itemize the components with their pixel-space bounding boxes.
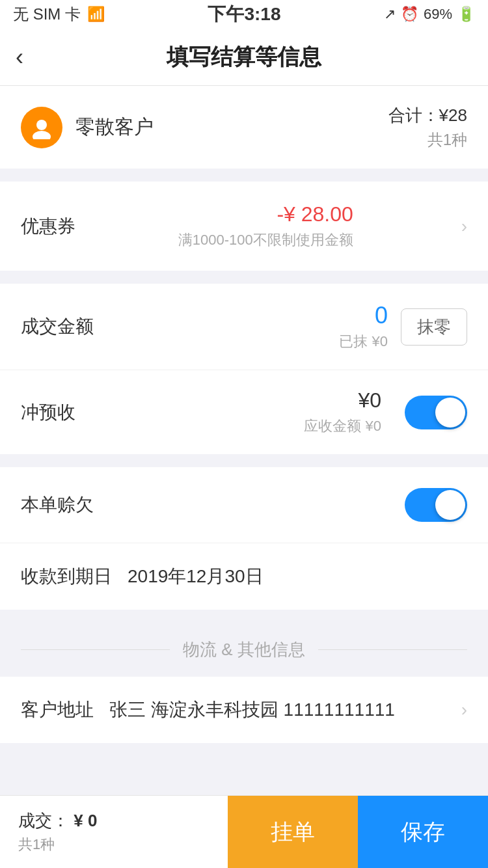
svg-point-1 — [33, 131, 51, 139]
due-date-value: 2019年12月30日 — [128, 564, 264, 589]
coupon-section: 优惠券 -¥ 28.00 满1000-100不限制使用金额 › — [0, 182, 488, 271]
precollect-sub: 应收金额 ¥0 — [304, 416, 381, 436]
precollect-row: 冲预收 ¥0 应收金额 ¥0 — [0, 370, 488, 454]
deal-amount-value[interactable]: 0 — [375, 302, 388, 329]
precollect-values: ¥0 应收金额 ¥0 — [304, 388, 381, 436]
deal-amount-label: 成交金额 — [21, 314, 94, 339]
wifi-icon: 📶 — [87, 6, 105, 23]
coupon-chevron: › — [461, 216, 467, 237]
total-count: 共1种 — [388, 129, 467, 150]
alarm-icon: ⏰ — [401, 6, 418, 23]
coupon-row[interactable]: 优惠券 -¥ 28.00 满1000-100不限制使用金额 › — [0, 182, 488, 271]
coupon-label: 优惠券 — [21, 214, 75, 239]
svg-point-0 — [36, 120, 47, 130]
customer-row: 零散客户 合计：¥28 共1种 — [0, 86, 488, 169]
bottom-summary-top: 成交： ¥ 0 — [18, 809, 210, 832]
hang-button[interactable]: 挂单 — [228, 796, 358, 868]
total-label: 合计：¥28 — [388, 104, 467, 127]
due-date-label: 收款到期日 — [21, 564, 112, 589]
bottom-summary: 成交： ¥ 0 共1种 — [0, 796, 228, 868]
back-button[interactable]: ‹ — [16, 44, 23, 71]
round-zero-button[interactable]: 抹零 — [401, 308, 467, 346]
logistics-label: 物流 & 其他信息 — [183, 638, 305, 661]
debt-section: 本单赊欠 收款到期日 2019年12月30日 — [0, 467, 488, 610]
status-left: 无 SIM 卡 📶 — [13, 4, 105, 25]
battery-label: 69% — [424, 6, 452, 23]
precollect-label: 冲预收 — [21, 400, 75, 425]
location-icon: ↗ — [384, 6, 396, 23]
deal-amount-sub: 已抹 ¥0 — [339, 332, 388, 351]
precollect-right-wrap: ¥0 应收金额 ¥0 — [304, 388, 467, 436]
deal-amount-input-area: 0 已抹 ¥0 — [339, 302, 388, 351]
debt-toggle[interactable] — [405, 488, 467, 522]
address-row[interactable]: 客户地址 张三 海淀永丰科技园 11111111111 › — [0, 677, 488, 743]
customer-left: 零散客户 — [21, 107, 154, 148]
divider-line-left — [21, 649, 170, 650]
bottom-summary-count: 共1种 — [18, 835, 210, 854]
customer-right: 合计：¥28 共1种 — [388, 104, 467, 150]
coupon-value: -¥ 28.00 — [277, 202, 353, 226]
sim-label: 无 SIM 卡 — [13, 4, 81, 25]
debt-toggle-knob — [435, 490, 465, 520]
bottom-summary-amount: ¥ 0 — [74, 811, 97, 830]
customer-name: 零散客户 — [75, 114, 154, 141]
address-chevron: › — [461, 699, 467, 720]
battery-icon: 🔋 — [457, 6, 475, 23]
deal-amount-row: 成交金额 0 已抹 ¥0 抹零 — [0, 284, 488, 370]
customer-section: 零散客户 合计：¥28 共1种 — [0, 86, 488, 169]
address-value: 张三 海淀永丰科技园 11111111111 — [109, 698, 441, 722]
coupon-right: -¥ 28.00 满1000-100不限制使用金额 — [178, 202, 353, 250]
bottom-summary-label: 成交： — [18, 811, 69, 830]
precollect-toggle[interactable] — [405, 396, 467, 429]
bottom-bar: 成交： ¥ 0 共1种 挂单 保存 — [0, 795, 488, 868]
content: 零散客户 合计：¥28 共1种 优惠券 -¥ 28.00 满1000-100不限… — [0, 86, 488, 834]
deal-section: 成交金额 0 已抹 ¥0 抹零 冲预收 ¥0 应收金额 ¥0 — [0, 284, 488, 454]
toggle-knob — [435, 398, 465, 427]
save-button[interactable]: 保存 — [358, 796, 488, 868]
logistics-divider: 物流 & 其他信息 — [0, 623, 488, 677]
address-section: 客户地址 张三 海淀永丰科技园 11111111111 › — [0, 677, 488, 743]
avatar — [21, 107, 62, 148]
status-bar: 无 SIM 卡 📶 下午3:18 ↗ ⏰ 69% 🔋 — [0, 0, 488, 29]
deal-amount-right: 0 已抹 ¥0 抹零 — [339, 302, 467, 351]
status-right: ↗ ⏰ 69% 🔋 — [384, 6, 475, 23]
precollect-value: ¥0 — [358, 388, 381, 413]
coupon-hint: 满1000-100不限制使用金额 — [178, 230, 353, 250]
divider-line-right — [318, 649, 467, 650]
debt-label: 本单赊欠 — [21, 493, 94, 517]
page-title: 填写结算等信息 — [167, 42, 321, 72]
debt-row: 本单赊欠 — [0, 467, 488, 543]
due-date-row: 收款到期日 2019年12月30日 — [0, 543, 488, 610]
status-time: 下午3:18 — [208, 2, 280, 27]
nav-bar: ‹ 填写结算等信息 — [0, 29, 488, 86]
address-label: 客户地址 — [21, 698, 94, 722]
